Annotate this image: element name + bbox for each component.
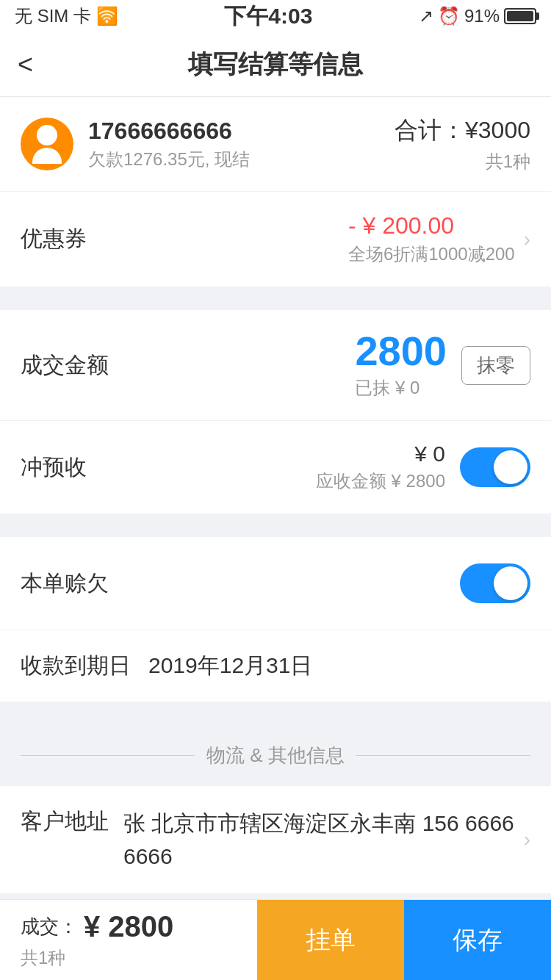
- coupon-value-block: - ¥ 200.00 全场6折满1000减200: [348, 212, 515, 266]
- debt-label: 本单赊欠: [21, 569, 109, 599]
- user-debt: 欠款1276.35元, 现结: [88, 148, 395, 171]
- user-phone: 17666666666: [88, 118, 395, 145]
- section-divider-3: [0, 713, 551, 725]
- nav-bar: < 填写结算等信息: [0, 32, 551, 97]
- debt-toggle[interactable]: [460, 563, 530, 603]
- due-date-row: 收款到期日 2019年12月31日: [0, 630, 551, 702]
- user-row: 17666666666 欠款1276.35元, 现结 合计：¥3000 共1种: [0, 97, 551, 191]
- section-divider-1: [0, 298, 551, 310]
- sim-label: 无 SIM 卡 🛜: [15, 4, 118, 28]
- debt-card: 本单赊欠 收款到期日 2019年12月31日: [0, 537, 551, 702]
- bottom-count: 共1种: [21, 946, 237, 970]
- pre-receive-toggle[interactable]: [460, 447, 530, 487]
- toggle-knob: [494, 450, 527, 484]
- bottom-amount: ¥ 2800: [84, 910, 173, 943]
- due-date-value: 2019年12月31日: [148, 651, 312, 681]
- avatar-person: [32, 125, 62, 164]
- coupon-description: 全场6折满1000减200: [348, 242, 515, 266]
- amount-value: 2800: [355, 331, 447, 372]
- amount-sub: 已抹 ¥ 0: [355, 376, 447, 400]
- pre-value-block: ¥ 0 应收金额 ¥ 2800: [316, 442, 445, 493]
- page-title: 填写结算等信息: [188, 48, 363, 82]
- user-card: 17666666666 欠款1276.35元, 现结 合计：¥3000 共1种 …: [0, 97, 551, 287]
- status-right: ↗ ⏰ 91%: [419, 6, 536, 26]
- pre-receive-label: 冲预收: [21, 453, 87, 483]
- pre-right: ¥ 0 应收金额 ¥ 2800: [316, 442, 530, 493]
- logistics-title: 物流 & 其他信息: [206, 743, 345, 768]
- avatar: [21, 118, 73, 170]
- avatar-head: [37, 125, 57, 145]
- coupon-row[interactable]: 优惠券 - ¥ 200.00 全场6折满1000减200 ›: [0, 191, 551, 287]
- total-count: 共1种: [395, 150, 530, 173]
- location-icon: ↗: [419, 6, 433, 26]
- content: 17666666666 欠款1276.35元, 现结 合计：¥3000 共1种 …: [0, 97, 551, 980]
- debt-row: 本单赊欠: [0, 537, 551, 630]
- save-button[interactable]: 保存: [404, 900, 551, 981]
- address-row[interactable]: 客户地址 张 北京市市辖区海淀区永丰南 156 6666 6666 ›: [0, 786, 551, 893]
- round-button[interactable]: 抹零: [461, 346, 530, 385]
- bottom-info: 成交： ¥ 2800 共1种: [0, 910, 257, 970]
- coupon-label: 优惠券: [21, 224, 87, 254]
- section-divider-2: [0, 525, 551, 537]
- bottom-transaction: 成交： ¥ 2800: [21, 910, 237, 943]
- alarm-icon: ⏰: [438, 6, 460, 26]
- address-value: 张 北京市市辖区海淀区永丰南 156 6666 6666: [123, 807, 515, 873]
- due-date-label: 收款到期日: [21, 651, 131, 681]
- status-left: 无 SIM 卡 🛜: [15, 4, 118, 28]
- chevron-right-icon: ›: [524, 228, 530, 251]
- pre-sub: 应收金额 ¥ 2800: [316, 469, 445, 493]
- status-bar: 无 SIM 卡 🛜 下午4:03 ↗ ⏰ 91%: [0, 0, 551, 32]
- logistics-line-right: [356, 755, 530, 756]
- total-amount: 合计：¥3000: [395, 115, 530, 147]
- debt-toggle-knob: [494, 566, 527, 600]
- hang-button[interactable]: 挂单: [257, 900, 404, 981]
- user-info: 17666666666 欠款1276.35元, 现结: [88, 118, 395, 171]
- bottom-bar: 成交： ¥ 2800 共1种 挂单 保存: [0, 899, 551, 980]
- logistics-line-left: [21, 755, 195, 756]
- amount-value-block: 2800 已抹 ¥ 0: [355, 331, 447, 400]
- address-card: 客户地址 张 北京市市辖区海淀区永丰南 156 6666 6666 ›: [0, 786, 551, 893]
- amount-right: 2800 已抹 ¥ 0 抹零: [355, 331, 530, 400]
- avatar-body: [32, 148, 62, 164]
- coupon-right: - ¥ 200.00 全场6折满1000减200 ›: [348, 212, 530, 266]
- battery-percent: 91%: [464, 6, 500, 26]
- back-button[interactable]: <: [18, 49, 33, 80]
- pre-value: ¥ 0: [316, 442, 445, 466]
- coupon-discount: - ¥ 200.00: [348, 212, 515, 239]
- transaction-label: 成交：: [21, 914, 78, 940]
- amount-row: 成交金额 2800 已抹 ¥ 0 抹零: [0, 310, 551, 420]
- amount-label: 成交金额: [21, 350, 109, 381]
- logistics-header: 物流 & 其他信息: [0, 725, 551, 786]
- user-total: 合计：¥3000 共1种: [395, 115, 530, 173]
- address-chevron-icon: ›: [524, 828, 530, 851]
- status-time: 下午4:03: [224, 1, 312, 32]
- transaction-card: 成交金额 2800 已抹 ¥ 0 抹零 冲预收 ¥ 0 应收金额 ¥ 2800: [0, 310, 551, 514]
- battery-icon: [504, 8, 536, 24]
- pre-receive-row: 冲预收 ¥ 0 应收金额 ¥ 2800: [0, 420, 551, 514]
- address-label: 客户地址: [21, 807, 109, 837]
